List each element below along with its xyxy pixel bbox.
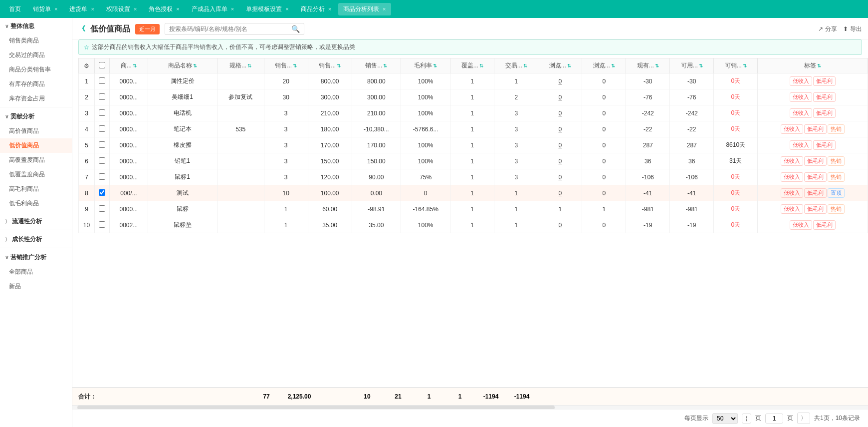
close-icon[interactable]: × [383, 6, 386, 12]
sidebar-section-overall[interactable]: ∨ 整体信息 [0, 18, 72, 33]
col-tags[interactable]: 标签⇅ [758, 58, 868, 73]
export-button[interactable]: ⬆ 导出 [843, 25, 862, 33]
sidebar-section-marketing[interactable]: ∨ 营销推广分析 [0, 249, 72, 265]
col-sales-amt[interactable]: 销售...⇅ [308, 58, 352, 73]
close-icon[interactable]: × [134, 6, 137, 12]
close-icon[interactable]: × [91, 6, 94, 12]
cell-view1[interactable]: 0 [538, 105, 582, 121]
close-icon[interactable]: × [285, 6, 288, 12]
cell-view1[interactable]: 1 [538, 201, 582, 217]
sidebar-item-inventory-fund[interactable]: 库存资金占用 [0, 91, 72, 106]
row-checkbox[interactable] [99, 173, 105, 180]
sidebar-section-contribution[interactable]: ∨ 贡献分析 [0, 108, 72, 124]
sidebar-item-category-sales[interactable]: 商品分类销售率 [0, 62, 72, 77]
next-page-button[interactable]: 〉 [797, 413, 810, 424]
nav-template[interactable]: 单据模板设置 × [241, 3, 293, 15]
view1-link[interactable]: 1 [558, 206, 562, 213]
col-sales-qty[interactable]: 销售...⇅ [264, 58, 308, 73]
col-margin[interactable]: 毛利率⇅ [401, 58, 450, 73]
col-sales-gross[interactable]: 销售...⇅ [352, 58, 401, 73]
select-all-checkbox[interactable] [99, 62, 105, 68]
col-code[interactable]: 商...⇅ [110, 58, 148, 73]
cell-view1[interactable]: 0 [538, 217, 582, 233]
view1-link[interactable]: 0 [558, 78, 562, 85]
sidebar-item-high-coverage[interactable]: 高覆盖度商品 [0, 153, 72, 167]
close-icon[interactable]: × [328, 6, 331, 12]
cell-checkbox[interactable] [95, 201, 110, 217]
nav-product-analysis[interactable]: 商品分析 × [296, 3, 336, 15]
cell-view1[interactable]: 0 [538, 185, 582, 201]
cell-view1[interactable]: 0 [538, 153, 582, 169]
close-icon[interactable]: × [176, 6, 179, 12]
cell-checkbox[interactable] [95, 153, 110, 169]
view1-link[interactable]: 0 [558, 126, 562, 133]
row-checkbox[interactable] [99, 205, 105, 212]
col-current[interactable]: 现有...⇅ [626, 58, 670, 73]
col-view1[interactable]: 浏览...⇅ [538, 58, 582, 73]
sidebar-item-traded-products[interactable]: 交易过的商品 [0, 48, 72, 62]
sidebar-item-high-value[interactable]: 高价值商品 [0, 124, 72, 138]
col-available[interactable]: 可用...⇅ [670, 58, 714, 73]
col-view2[interactable]: 浏览...⇅ [582, 58, 626, 73]
cell-view1[interactable]: 0 [538, 121, 582, 137]
col-coverage[interactable]: 覆盖...⇅ [450, 58, 494, 73]
cell-checkbox[interactable] [95, 121, 110, 137]
search-input[interactable] [169, 25, 289, 32]
page-number-input[interactable] [765, 414, 783, 424]
col-settings[interactable]: ⚙ [79, 58, 95, 73]
collapse-button[interactable]: 《 [78, 24, 85, 33]
row-checkbox[interactable] [99, 221, 105, 228]
row-checkbox[interactable] [99, 93, 105, 100]
view1-link[interactable]: 0 [558, 174, 562, 181]
cell-view1[interactable]: 0 [538, 89, 582, 105]
view1-link[interactable]: 0 [558, 158, 562, 165]
close-icon[interactable]: × [54, 6, 57, 12]
col-name[interactable]: 商品名称⇅ [148, 58, 217, 73]
nav-role[interactable]: 角色授权 × [144, 3, 184, 15]
share-button[interactable]: ↗ 分享 [818, 25, 837, 33]
row-checkbox[interactable] [99, 141, 105, 148]
nav-sales[interactable]: 销货单 × [28, 3, 62, 15]
sidebar-item-all-products[interactable]: 全部商品 [0, 265, 72, 279]
row-checkbox[interactable] [99, 109, 105, 116]
view1-link[interactable]: 0 [558, 190, 562, 197]
row-checkbox[interactable] [99, 189, 105, 196]
cell-view1[interactable]: 0 [538, 169, 582, 185]
nav-product-storage[interactable]: 产成品入库单 × [187, 3, 239, 15]
cell-checkbox[interactable] [95, 185, 110, 201]
view1-link[interactable]: 0 [558, 110, 562, 117]
cell-checkbox[interactable] [95, 73, 110, 89]
cell-checkbox[interactable] [95, 105, 110, 121]
sidebar-section-growth[interactable]: 〉 成长性分析 [0, 231, 72, 247]
sidebar-item-in-stock[interactable]: 有库存的商品 [0, 77, 72, 91]
row-checkbox[interactable] [99, 157, 105, 164]
cell-checkbox[interactable] [95, 137, 110, 153]
cell-checkbox[interactable] [95, 89, 110, 105]
sidebar-item-low-margin[interactable]: 低毛利商品 [0, 196, 72, 211]
page-size-select[interactable]: 50 100 [712, 413, 738, 424]
cell-checkbox[interactable] [95, 217, 110, 233]
nav-product-analysis-list[interactable]: 商品分析列表 × [338, 3, 391, 15]
col-trade[interactable]: 交易...⇅ [494, 58, 538, 73]
nav-purchase[interactable]: 进货单 × [64, 3, 99, 15]
sidebar-item-new-products[interactable]: 新品 [0, 279, 72, 294]
sidebar-item-high-margin[interactable]: 高毛利商品 [0, 182, 72, 196]
col-spec[interactable]: 规格...⇅ [217, 58, 264, 73]
view1-link[interactable]: 0 [558, 94, 562, 101]
cell-checkbox[interactable] [95, 169, 110, 185]
view1-link[interactable]: 0 [558, 222, 562, 229]
filter-button[interactable]: 近一月 [135, 24, 160, 34]
nav-home[interactable]: 首页 [4, 3, 26, 15]
sidebar-section-liquidity[interactable]: 〉 流通性分析 [0, 213, 72, 229]
cell-view1[interactable]: 0 [538, 137, 582, 153]
sidebar-item-sales-products[interactable]: 销售类商品 [0, 33, 72, 48]
row-checkbox[interactable] [99, 125, 105, 132]
view1-link[interactable]: 0 [558, 142, 562, 149]
col-saleable[interactable]: 可销...⇅ [714, 58, 758, 73]
first-page-button[interactable]: ⟨ [742, 414, 751, 424]
sidebar-item-low-value[interactable]: 低价值商品 [0, 138, 72, 153]
sidebar-item-low-coverage[interactable]: 低覆盖度商品 [0, 167, 72, 182]
cell-view1[interactable]: 0 [538, 73, 582, 89]
nav-permission[interactable]: 权限设置 × [101, 3, 142, 15]
close-icon[interactable]: × [231, 6, 234, 12]
